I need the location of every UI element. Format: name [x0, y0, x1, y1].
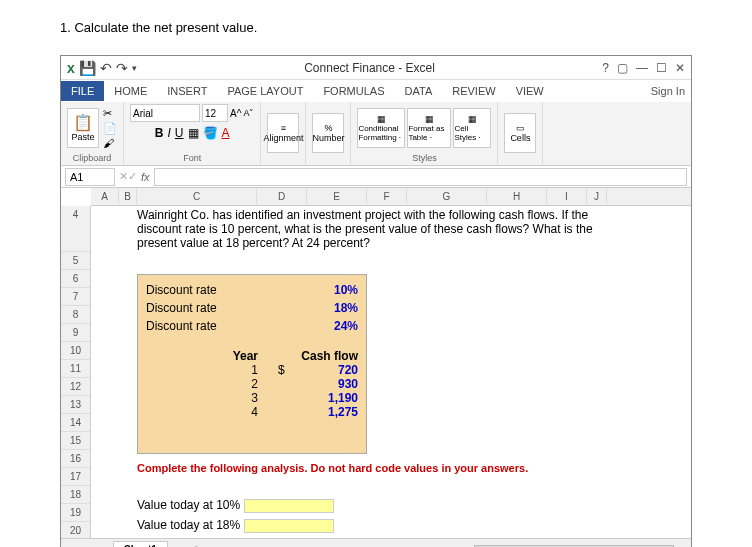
maximize-icon[interactable]: ☐: [656, 61, 667, 75]
conditional-formatting-button[interactable]: ▦Conditional Formatting ·: [357, 108, 405, 148]
row-header[interactable]: 19: [61, 504, 90, 522]
row-header[interactable]: 14: [61, 414, 90, 432]
format-as-table-button[interactable]: ▦Format as Table ·: [407, 108, 451, 148]
italic-button[interactable]: I: [168, 126, 171, 140]
cancel-formula-icon[interactable]: ✕: [119, 170, 128, 183]
tab-home[interactable]: HOME: [104, 81, 157, 101]
titlebar: x 💾 ↶ ↷ ▾ Connect Finance - Excel ? ▢ — …: [61, 56, 691, 80]
fill-color-icon[interactable]: 🪣: [203, 126, 218, 140]
discount-label: Discount rate: [146, 301, 308, 315]
row-header[interactable]: 10: [61, 342, 90, 360]
col-header[interactable]: C: [137, 188, 257, 205]
col-header[interactable]: G: [407, 188, 487, 205]
fx-icon[interactable]: fx: [141, 171, 150, 183]
underline-button[interactable]: U: [175, 126, 184, 140]
tab-page-layout[interactable]: PAGE LAYOUT: [217, 81, 313, 101]
col-header[interactable]: D: [257, 188, 307, 205]
styles-group-label: Styles: [412, 151, 437, 163]
cf-year: 3: [146, 391, 278, 405]
col-header[interactable]: A: [91, 188, 119, 205]
ribbon-opts-icon[interactable]: ▢: [617, 61, 628, 75]
problem-statement: Wainright Co. has identified an investme…: [137, 208, 607, 250]
row-header[interactable]: 20: [61, 522, 90, 538]
row-headers: 4 5 6 7 8 9 10 11 12 13 14 15 16 17 18 1…: [61, 206, 91, 538]
sign-in-link[interactable]: Sign In: [651, 85, 685, 97]
decrease-font-icon[interactable]: A˅: [243, 108, 254, 118]
font-size-input[interactable]: [202, 104, 228, 122]
page-instruction: 1. Calculate the net present value.: [60, 20, 692, 35]
minimize-icon[interactable]: —: [636, 61, 648, 75]
col-header[interactable]: F: [367, 188, 407, 205]
format-painter-icon[interactable]: 🖌: [103, 137, 117, 149]
close-icon[interactable]: ✕: [675, 61, 685, 75]
sheet-tabs: ◂ ▸ … Sheet1 … ⊕ ▸: [61, 538, 691, 547]
spreadsheet-grid[interactable]: A B C D E F G H I J 4 5 6 7 8 9 10: [61, 188, 691, 538]
sheet-tab[interactable]: Sheet1: [113, 541, 168, 547]
redo-icon[interactable]: ↷: [116, 60, 128, 76]
font-name-input[interactable]: [130, 104, 200, 122]
cf-year: 2: [146, 377, 278, 391]
ribbon-tabs: FILE HOME INSERT PAGE LAYOUT FORMULAS DA…: [61, 80, 691, 102]
col-header[interactable]: I: [547, 188, 587, 205]
row-header[interactable]: 7: [61, 288, 90, 306]
row-header[interactable]: 6: [61, 270, 90, 288]
paste-button[interactable]: 📋 Paste: [67, 108, 99, 148]
tab-formulas[interactable]: FORMULAS: [313, 81, 394, 101]
discount-rate-1: 10%: [308, 283, 358, 297]
undo-icon[interactable]: ↶: [100, 60, 112, 76]
font-group-label: Font: [183, 151, 201, 163]
border-icon[interactable]: ▦: [188, 126, 199, 140]
data-box: Discount rate10% Discount rate18% Discou…: [137, 274, 367, 454]
window-title: Connect Finance - Excel: [137, 61, 603, 75]
col-header[interactable]: H: [487, 188, 547, 205]
excel-window: x 💾 ↶ ↷ ▾ Connect Finance - Excel ? ▢ — …: [60, 55, 692, 547]
clipboard-group-label: Clipboard: [73, 151, 112, 163]
alignment-button[interactable]: ≡Alignment: [267, 113, 299, 153]
cut-icon[interactable]: ✂: [103, 107, 117, 120]
cell-styles-button[interactable]: ▦Cell Styles ·: [453, 108, 491, 148]
col-header[interactable]: B: [119, 188, 137, 205]
row-header[interactable]: 18: [61, 486, 90, 504]
row-header[interactable]: 13: [61, 396, 90, 414]
tab-review[interactable]: REVIEW: [442, 81, 505, 101]
year-header: Year: [146, 349, 278, 363]
row-header[interactable]: 17: [61, 468, 90, 486]
value-input-18[interactable]: [244, 519, 334, 533]
tab-insert[interactable]: INSERT: [157, 81, 217, 101]
bold-button[interactable]: B: [155, 126, 164, 140]
row-header[interactable]: 9: [61, 324, 90, 342]
cf-year: 4: [146, 405, 278, 419]
cf-value: 1,275: [278, 405, 358, 419]
tab-view[interactable]: VIEW: [506, 81, 554, 101]
row-header[interactable]: 12: [61, 378, 90, 396]
col-header[interactable]: E: [307, 188, 367, 205]
row-header[interactable]: 5: [61, 252, 90, 270]
column-headers: A B C D E F G H I J: [91, 188, 691, 206]
increase-font-icon[interactable]: A^: [230, 108, 241, 119]
discount-label: Discount rate: [146, 283, 308, 297]
formula-input[interactable]: [154, 168, 687, 186]
font-color-icon[interactable]: A: [222, 126, 230, 140]
tab-data[interactable]: DATA: [395, 81, 443, 101]
row-header[interactable]: 4: [61, 206, 90, 252]
col-header[interactable]: J: [587, 188, 607, 205]
number-format-button[interactable]: %Number: [312, 113, 344, 153]
enter-formula-icon[interactable]: ✓: [128, 170, 137, 183]
discount-label: Discount rate: [146, 319, 308, 333]
cf-year: 1: [146, 363, 278, 377]
discount-rate-2: 18%: [308, 301, 358, 315]
name-box[interactable]: [65, 168, 115, 186]
value-input-10[interactable]: [244, 499, 334, 513]
help-icon[interactable]: ?: [602, 61, 609, 75]
row-header[interactable]: 16: [61, 450, 90, 468]
copy-icon[interactable]: 📄: [103, 122, 117, 135]
excel-icon: x: [67, 60, 75, 76]
cf-value: 1,190: [278, 391, 358, 405]
row-header[interactable]: 8: [61, 306, 90, 324]
row-header[interactable]: 11: [61, 360, 90, 378]
save-icon[interactable]: 💾: [79, 60, 96, 76]
value-row-18: Value today at 18%: [137, 518, 334, 533]
tab-file[interactable]: FILE: [61, 81, 104, 101]
row-header[interactable]: 15: [61, 432, 90, 450]
cells-button[interactable]: ▭Cells: [504, 113, 536, 153]
